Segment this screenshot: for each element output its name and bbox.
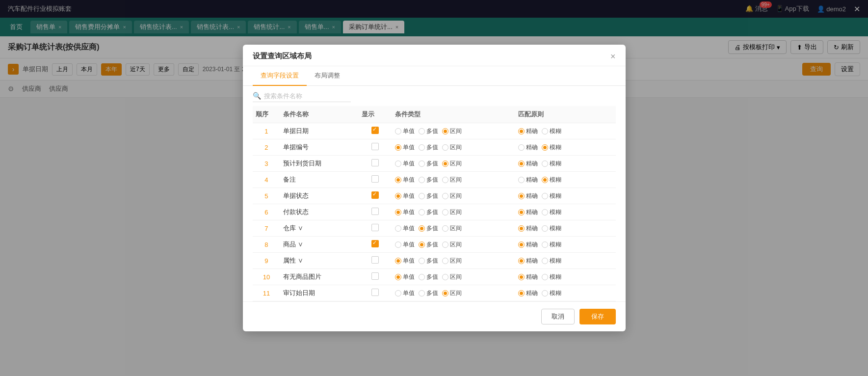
dialog-close-button[interactable]: × [610,52,616,61]
dialog-header: 设置查询区域布局 × [243,45,626,66]
tab-layout-adjust[interactable]: 布局调整 [307,66,348,86]
settings-dialog: 设置查询区域布局 × 查询字段设置 布局调整 🔍 顺序 [243,45,626,98]
search-box: 🔍 [253,92,351,98]
dialog-search-area: 🔍 [243,86,626,98]
tab-query-fields[interactable]: 查询字段设置 [253,66,307,86]
dialog-title: 设置查询区域布局 [253,52,312,61]
search-input[interactable] [264,92,342,98]
search-icon: 🔍 [253,92,261,98]
modal-overlay: 设置查询区域布局 × 查询字段设置 布局调整 🔍 顺序 [0,0,868,98]
dialog-tabs: 查询字段设置 布局调整 [243,66,626,86]
